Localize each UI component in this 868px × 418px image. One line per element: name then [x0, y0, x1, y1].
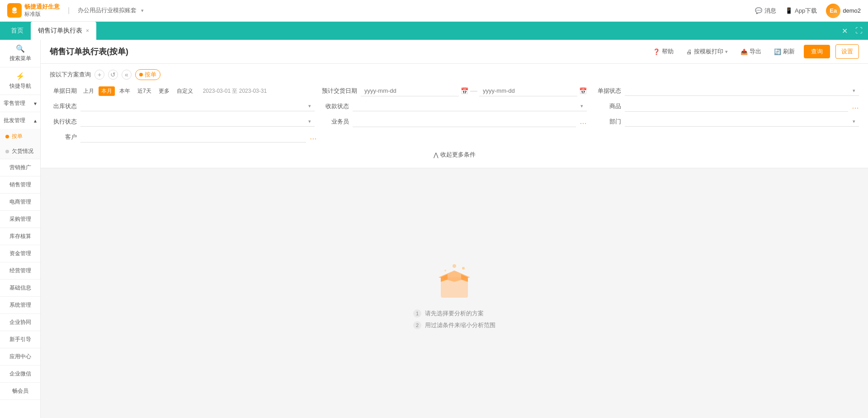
filter-area: 按以下方案查询 + ↺ « 按单 单据日期 上月 本月 本年	[41, 64, 868, 168]
scheme-collapse-button[interactable]: «	[122, 70, 132, 80]
sidebar-item-enterprise[interactable]: 企业协同	[0, 314, 40, 331]
date-shortcut-more[interactable]: 更多	[156, 86, 172, 96]
refresh-icon: 🔄	[774, 48, 781, 55]
receipt-status-label: 收款状态	[322, 102, 349, 110]
filter-row-3: 执行状态 ▾ 业务员 … 部门 ▾	[50, 116, 859, 127]
sidebar-item-purchase[interactable]: 采购管理	[0, 211, 40, 228]
expected-date-range: 📅 — 📅	[361, 86, 587, 96]
sidebar-item-apps[interactable]: 应用中心	[0, 348, 40, 365]
empty-hint-2: 2 用过滤条件来缩小分析范围	[413, 321, 495, 329]
sidebar-member-label: 畅会员	[12, 387, 28, 395]
tab-close-icon[interactable]: ×	[86, 28, 89, 34]
help-button[interactable]: ❓ 帮助	[649, 46, 677, 57]
sidebar-sub-owe[interactable]: 欠货情况	[0, 144, 40, 159]
date-shortcut-7days[interactable]: 近7天	[135, 86, 154, 96]
sidebar-quicknav-label: 快捷导航	[9, 82, 31, 90]
user-name: demo2	[843, 7, 861, 14]
salesperson-input[interactable]	[353, 116, 576, 127]
goods-more-icon[interactable]: …	[852, 102, 859, 110]
expected-date-end-input[interactable]	[479, 86, 577, 96]
sidebar-item-newbie[interactable]: 新手引导	[0, 331, 40, 348]
tab-list: 首页 销售订单执行表 ×	[4, 22, 96, 40]
sidebar-item-system[interactable]: 系统管理	[0, 297, 40, 314]
scheme-item-order[interactable]: 按单	[135, 69, 160, 80]
message-action[interactable]: 💬 消息	[755, 7, 776, 15]
window-close-icon[interactable]: ✕	[839, 25, 850, 36]
window-expand-icon[interactable]: ⛶	[854, 25, 864, 36]
sidebar-item-sales[interactable]: 销售管理	[0, 176, 40, 193]
exec-status-label: 执行状态	[50, 118, 77, 126]
sidebar-item-basic[interactable]: 基础信息	[0, 280, 40, 296]
sidebar-item-wechat[interactable]: 企业微信	[0, 366, 40, 382]
refresh-button[interactable]: 🔄 刷新	[770, 46, 798, 57]
sidebar-item-wholesale[interactable]: 批发管理 ▴	[0, 112, 40, 129]
export-button[interactable]: 📤 导出	[737, 46, 765, 57]
content-area: 销售订单执行表(按单) ❓ 帮助 🖨 按模板打印 ▾ 📤 导出 🔄 刷新	[41, 40, 868, 418]
date-shortcut-last-month[interactable]: 上月	[80, 86, 97, 96]
salesperson-more-icon[interactable]: …	[580, 118, 587, 126]
status-select[interactable]: ▾	[625, 86, 859, 96]
sidebar-operation-section: 经营管理	[0, 262, 40, 280]
customer-more-icon[interactable]: …	[310, 133, 317, 141]
sidebar-item-retail[interactable]: 零售管理 ▾	[0, 95, 40, 112]
page-title: 销售订单执行表(按单)	[50, 46, 128, 57]
sidebar-item-inventory[interactable]: 库存核算	[0, 228, 40, 245]
sidebar-item-marketing[interactable]: 营销推广	[0, 159, 40, 176]
print-button[interactable]: 🖨 按模板打印 ▾	[683, 46, 731, 57]
tab-home[interactable]: 首页	[4, 22, 31, 40]
sidebar-newbie-label: 新手引导	[9, 336, 31, 343]
active-dot-icon	[5, 135, 9, 138]
receipt-status-dropdown-icon: ▾	[580, 103, 583, 109]
chevron-up-icon: ▴	[34, 118, 37, 124]
sidebar-system-label: 系统管理	[9, 301, 31, 309]
sidebar-item-search[interactable]: 🔍 搜索菜单	[0, 40, 40, 67]
collapse-more-button[interactable]: ⋀ 收起更多条件	[50, 147, 859, 162]
app-download-action[interactable]: 📱 App下载	[785, 7, 817, 15]
status-dropdown-icon: ▾	[853, 88, 855, 94]
receipt-status-select[interactable]: ▾	[353, 101, 587, 111]
scheme-label: 按以下方案查询	[50, 71, 91, 79]
goods-field: 商品 …	[594, 101, 859, 112]
delivery-status-select[interactable]: ▾	[80, 101, 315, 111]
sidebar-marketing-label: 营销推广	[9, 164, 31, 171]
scheme-add-button[interactable]: +	[94, 70, 104, 80]
sidebar-search-section: 🔍 搜索菜单	[0, 40, 40, 67]
help-label: 帮助	[662, 48, 674, 56]
sidebar-item-ecommerce[interactable]: 电商管理	[0, 194, 40, 210]
scheme-refresh-button[interactable]: ↺	[108, 70, 118, 80]
date-shortcut-custom[interactable]: 自定义	[174, 86, 196, 96]
calendar-start-icon[interactable]: 📅	[461, 87, 468, 95]
scheme-dot-icon	[139, 73, 143, 76]
search-button[interactable]: 查询	[804, 45, 830, 58]
status-label: 单据状态	[594, 87, 621, 95]
tab-sales-order[interactable]: 销售订单执行表 ×	[31, 22, 96, 40]
date-shortcut-this-month[interactable]: 本月	[99, 86, 115, 96]
sidebar-item-operation[interactable]: 经营管理	[0, 262, 40, 279]
goods-input[interactable]	[625, 101, 848, 112]
sidebar-item-quicknav[interactable]: ⚡ 快捷导航	[0, 67, 40, 95]
department-select[interactable]: ▾	[625, 117, 859, 127]
app-download-icon: 📱	[785, 7, 793, 14]
exec-status-select[interactable]: ▾	[80, 117, 315, 127]
breadcrumb-dropdown-icon[interactable]: ▾	[141, 8, 144, 14]
sidebar-sub-order[interactable]: 按单	[0, 129, 40, 144]
delivery-status-dropdown-icon: ▾	[308, 103, 311, 109]
sidebar-basic-label: 基础信息	[9, 284, 31, 292]
expected-date-start-input[interactable]	[361, 86, 459, 96]
sidebar-item-member[interactable]: 畅会员	[0, 383, 40, 399]
sidebar-basic-section: 基础信息	[0, 280, 40, 297]
scheme-item-label: 按单	[145, 71, 156, 79]
logo-text: 畅捷通好生意 标准版	[24, 3, 60, 18]
exec-status-dropdown-icon: ▾	[308, 119, 311, 124]
user-area[interactable]: Ea demo2	[826, 4, 861, 18]
sidebar-marketing-section: 营销推广	[0, 159, 40, 176]
settings-button[interactable]: 设置	[835, 44, 859, 59]
sidebar-item-finance[interactable]: 资金管理	[0, 245, 40, 262]
customer-input[interactable]	[80, 132, 306, 142]
calendar-end-icon[interactable]: 📅	[579, 87, 587, 95]
sidebar-newbie-section: 新手引导	[0, 331, 40, 348]
salesperson-field: 业务员 …	[322, 116, 587, 127]
date-shortcut-this-year[interactable]: 本年	[117, 86, 133, 96]
customer-field: 客户 …	[50, 132, 317, 142]
hint-text-2: 用过滤条件来缩小分析范围	[425, 321, 495, 329]
